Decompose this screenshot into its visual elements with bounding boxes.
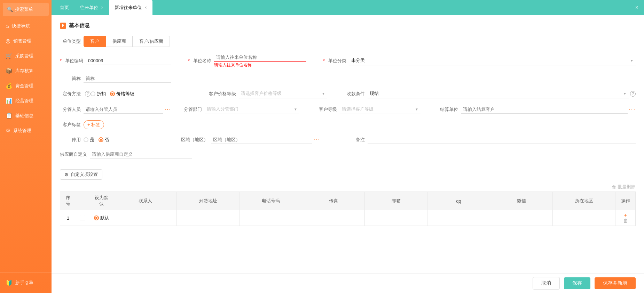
customer-price-level-select[interactable]: 请选择客户价格等级 ▼ — [239, 89, 327, 98]
unit-name-group: * 单位名称 请输入往来单位名称 — [188, 53, 306, 68]
payment-help-icon[interactable]: ? — [630, 91, 636, 97]
pricing-discount-radio[interactable] — [91, 91, 95, 96]
sidebar-item-operations[interactable]: 📊 经营管理 — [0, 93, 52, 108]
sidebar-item-basic-info[interactable]: 📋 基础信息 — [0, 108, 52, 123]
disabled-radio-group: 是 否 — [84, 137, 109, 143]
supplier-custom-input[interactable] — [90, 150, 192, 158]
settlement-input[interactable] — [461, 105, 628, 114]
sidebar-search[interactable]: 🔍 搜索菜单 — [3, 3, 49, 16]
section-title: 基本信息 — [69, 22, 90, 29]
region-more-btn[interactable]: ··· — [314, 137, 320, 143]
save-button[interactable]: 保存 — [564, 277, 590, 289]
default-radio[interactable] — [94, 215, 99, 220]
payment-condition-label: 收款条件 — [344, 91, 365, 97]
col-fax: 传真 — [302, 192, 365, 210]
manager-more-btn[interactable]: ··· — [165, 106, 171, 113]
footer-bar: 取消 保存 保存并新增 — [52, 273, 644, 293]
col-checkbox — [76, 192, 89, 210]
email-input[interactable] — [368, 215, 424, 221]
tag-btn-label: + 标签 — [87, 122, 100, 128]
pricing-help-icon[interactable]: ? — [85, 91, 91, 97]
pricing-level-radio[interactable] — [110, 91, 115, 96]
tab-partners-close[interactable]: × — [101, 5, 103, 10]
customer-price-level-placeholder: 请选择客户价格等级 — [241, 90, 322, 97]
tab-partners[interactable]: 往来单位 × — [74, 0, 109, 15]
unit-name-input[interactable] — [214, 53, 306, 62]
cell-address[interactable] — [177, 210, 239, 226]
cell-email[interactable] — [365, 210, 427, 226]
phone-input[interactable] — [243, 215, 298, 221]
tab-new-partner-close[interactable]: × — [144, 5, 147, 10]
cell-seq: 1 — [60, 210, 76, 226]
payment-condition-select[interactable]: 现结 ▼ — [368, 89, 629, 98]
disabled-no-radio[interactable] — [99, 137, 103, 142]
sidebar-item-quick-nav[interactable]: ⌂ 快捷导航 — [0, 19, 52, 33]
home-icon: ⌂ — [6, 23, 9, 29]
custom-settings-btn[interactable]: ⚙ 自定义项设置 — [60, 169, 102, 180]
wechat-input[interactable] — [494, 215, 549, 221]
finance-icon: 💰 — [6, 82, 13, 89]
unit-code-input[interactable] — [86, 57, 171, 65]
delete-row-icon[interactable]: 🗑 — [623, 218, 628, 223]
sidebar-item-finance[interactable]: 💰 资金管理 — [0, 78, 52, 93]
department-select[interactable]: 请输入分管部门 ▼ — [205, 105, 299, 114]
customer-price-level-label: 客户价格等级 — [209, 91, 236, 97]
add-row-icon[interactable]: + — [624, 212, 627, 218]
col-action: 操作 — [615, 192, 636, 210]
tag-row: 客户标签 + 标签 — [60, 120, 636, 129]
cancel-button[interactable]: 取消 — [533, 277, 560, 290]
disabled-yes-option[interactable]: 是 — [84, 137, 94, 143]
customer-level-select[interactable]: 请选择客户等级 ▼ — [340, 105, 421, 114]
note-input[interactable] — [368, 136, 636, 144]
tag-add-btn[interactable]: + 标签 — [84, 120, 104, 129]
cell-phone[interactable] — [239, 210, 302, 226]
sidebar-item-inventory[interactable]: 📦 库存核算 — [0, 63, 52, 78]
sidebar: 🔍 搜索菜单 ⌂ 快捷导航 ◎ 销售管理 🛒 采购管理 📦 库存核算 💰 资金管… — [0, 0, 52, 293]
delete-icon: 🗑 — [612, 185, 616, 190]
manager-row: 分管人员 ··· 分管部门 请输入分管部门 ▼ 客户等级 请选择客户等级 ▼ 结… — [60, 105, 636, 114]
sidebar-item-system[interactable]: ⚙ 系统管理 — [0, 123, 52, 138]
supplier-custom-row: 供应商自定义 — [60, 150, 636, 158]
disabled-yes-radio[interactable] — [84, 137, 88, 142]
type-btn-customer[interactable]: 客户 — [84, 36, 106, 47]
unit-code-name-row: * 单位编码 * 单位名称 请输入往来单位名称 * 单位分类 未分类 ▼ — [60, 53, 636, 68]
disabled-no-option[interactable]: 否 — [99, 137, 109, 143]
settlement-more-btn[interactable]: ··· — [629, 106, 636, 113]
sidebar-item-sales[interactable]: ◎ 销售管理 — [0, 33, 52, 48]
type-btn-supplier[interactable]: 供应商 — [106, 36, 133, 47]
cell-checkbox[interactable] — [76, 210, 89, 226]
tab-bar-close[interactable]: × — [633, 5, 641, 11]
type-btn-both[interactable]: 客户/供应商 — [133, 36, 170, 47]
contact-input[interactable] — [118, 215, 173, 221]
pricing-level-option[interactable]: 价格等级 — [110, 91, 134, 97]
tab-new-partner[interactable]: 新增往来单位 × — [109, 0, 152, 15]
sidebar-item-purchase[interactable]: 🛒 采购管理 — [0, 48, 52, 63]
short-name-row: 简称 — [60, 74, 636, 83]
fax-input[interactable] — [306, 215, 361, 221]
qq-input[interactable] — [431, 215, 486, 221]
chevron-down-icon: ▼ — [630, 59, 634, 63]
unit-type-group: 单位类型 客户 供应商 客户/供应商 — [60, 36, 636, 47]
cell-region[interactable] — [553, 210, 615, 226]
address-input[interactable] — [180, 215, 236, 221]
cell-contact[interactable] — [114, 210, 177, 226]
cell-wechat[interactable] — [490, 210, 553, 226]
tab-bar: 首页 往来单位 × 新增往来单位 × × — [52, 0, 644, 15]
row-region-input[interactable] — [556, 215, 612, 221]
basic-info-icon: 📋 — [6, 112, 13, 119]
manager-input[interactable] — [84, 105, 163, 114]
batch-delete-label[interactable]: 批量删除 — [618, 184, 636, 190]
region-input[interactable] — [211, 136, 312, 144]
short-name-input[interactable] — [84, 74, 171, 83]
save-new-button[interactable]: 保存并新增 — [595, 277, 636, 289]
sidebar-item-guide[interactable]: 🔰 新手引导 — [0, 275, 52, 290]
col-phone: 电话号码 — [239, 192, 302, 210]
default-radio-option[interactable]: 默认 — [93, 215, 110, 221]
payment-condition-value: 现结 — [370, 90, 623, 97]
custom-settings-label: 自定义项设置 — [71, 171, 98, 178]
tab-home[interactable]: 首页 — [54, 0, 74, 15]
unit-category-select[interactable]: 未分类 ▼ — [349, 56, 636, 65]
cell-qq[interactable] — [427, 210, 490, 226]
pricing-discount-option[interactable]: 折扣 — [91, 91, 106, 97]
cell-fax[interactable] — [302, 210, 365, 226]
